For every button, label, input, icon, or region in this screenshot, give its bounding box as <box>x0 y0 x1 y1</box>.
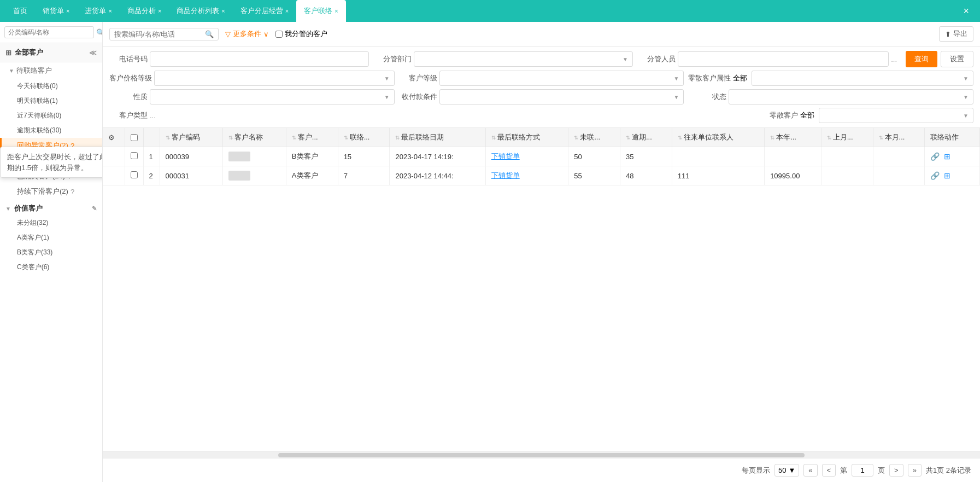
sort-icon-uncontacted[interactable]: ⇅ <box>574 135 578 141</box>
horizontal-scrollbar[interactable] <box>103 451 980 458</box>
retail-attr-select[interactable]: ▼ <box>752 71 973 86</box>
sidebar-item-c-class[interactable]: C类客户(6) <box>0 260 102 275</box>
search-input-wrap[interactable]: 🔍 <box>109 28 219 40</box>
last-method-link-0[interactable]: 下销货单 <box>491 152 520 160</box>
link-icon-1[interactable]: 🔗 <box>930 171 940 180</box>
row-select-0[interactable] <box>131 152 138 159</box>
row-index-1: 2 <box>143 166 160 185</box>
grid-icon-1[interactable]: ⊞ <box>944 171 950 180</box>
edit-icon[interactable]: ✎ <box>92 205 97 212</box>
dept-select[interactable]: ▼ <box>414 51 633 67</box>
sort-icon-overdue[interactable]: ⇅ <box>626 135 630 141</box>
select-all-checkbox[interactable] <box>131 134 138 141</box>
nav-product-analysis-close[interactable]: × <box>158 8 161 14</box>
retail-customer-select[interactable]: ▼ <box>819 108 973 123</box>
sidebar-item-b-class[interactable]: B类客户(33) <box>0 245 102 260</box>
settings-button[interactable]: 设置 <box>941 51 973 67</box>
sidebar-item-a-class[interactable]: A类客户(1) <box>0 230 102 245</box>
sort-icon-method[interactable]: ⇅ <box>491 135 496 141</box>
customer-level-select[interactable]: ▼ <box>439 71 684 86</box>
col-last-contact-method[interactable]: ⇅ 最后联络方式 <box>485 128 568 147</box>
col-name[interactable]: ⇅ 客户名称 <box>223 128 286 147</box>
status-select[interactable]: ▼ <box>729 89 973 104</box>
nav-home[interactable]: 首页 <box>5 0 35 22</box>
customer-search-input[interactable] <box>114 30 202 38</box>
nav-product-list[interactable]: 商品分析列表 × <box>169 0 232 22</box>
grid-icon-0[interactable]: ⊞ <box>944 152 950 161</box>
sidebar-item-ungroup[interactable]: 未分组(32) <box>0 216 102 230</box>
sidebar-search-icon[interactable]: 🔍 <box>96 28 103 37</box>
page-input[interactable] <box>852 464 873 477</box>
sort-icon-month[interactable]: ⇅ <box>879 135 883 141</box>
nav-customer-contact[interactable]: 客户联络 × <box>296 0 345 22</box>
gender-select[interactable]: ▼ <box>150 89 395 104</box>
sort-icon-name[interactable]: ⇅ <box>228 135 233 141</box>
sort-icon-code[interactable]: ⇅ <box>166 135 170 141</box>
sort-icon-contact[interactable]: ⇅ <box>344 135 348 141</box>
query-button[interactable]: 查询 <box>906 51 937 67</box>
sidebar-item-tomorrow[interactable]: 明天待联络(1) <box>0 94 102 108</box>
filter-icon: ▽ <box>225 30 231 38</box>
scrollbar-thumb[interactable] <box>278 453 805 457</box>
row-select-1[interactable] <box>131 171 138 178</box>
nav-purchase[interactable]: 进货单 × <box>77 0 119 22</box>
my-customer-checkbox-wrap[interactable]: 我分管的客户 <box>275 29 327 39</box>
manager-select[interactable] <box>678 51 889 67</box>
payment-select[interactable]: ▼ <box>439 89 684 104</box>
page-size-select[interactable]: 50 ▼ <box>774 464 799 477</box>
help-icon-3[interactable]: ? <box>71 188 74 196</box>
chevron-down-icon: ∨ <box>263 30 269 38</box>
sidebar-item-declining[interactable]: 持续下滑客户(2) ? <box>0 184 102 199</box>
col-overdue[interactable]: ⇅ 逾期... <box>620 128 672 147</box>
sidebar-group-pending[interactable]: ▼ 待联络客户 <box>0 62 102 79</box>
last-method-link-1[interactable]: 下销货单 <box>491 171 520 179</box>
prev-page-btn[interactable]: < <box>822 464 836 477</box>
sort-icon-date[interactable]: ⇅ <box>395 135 400 141</box>
sort-icon-year[interactable]: ⇅ <box>770 135 774 141</box>
first-page-btn[interactable]: « <box>803 464 817 477</box>
next-page-btn[interactable]: > <box>889 464 903 477</box>
nav-customer-tier[interactable]: 客户分层经营 × <box>233 0 296 22</box>
sidebar-value-customer-section[interactable]: ▼ 价值客户 ✎ <box>0 199 102 216</box>
sort-icon-type[interactable]: ⇅ <box>292 135 296 141</box>
sidebar-item-overdue[interactable]: 逾期未联络(30) <box>0 123 102 138</box>
filter-dots-2[interactable]: ... <box>150 112 156 120</box>
retail-customer-value: 全部 <box>800 111 814 120</box>
sort-icon-contacts[interactable]: ⇅ <box>678 135 682 141</box>
more-filter-btn[interactable]: ▽ 更多条件 ∨ <box>225 29 269 39</box>
nav-customer-tier-close[interactable]: × <box>285 8 289 14</box>
export-btn[interactable]: ⬆ 导出 <box>939 26 973 42</box>
col-this-year[interactable]: ⇅ 本年... <box>765 128 821 147</box>
dept-label: 分管部门 <box>373 54 412 64</box>
close-all-button[interactable]: × <box>958 5 975 17</box>
sidebar-search-input[interactable] <box>4 26 94 38</box>
sidebar-item-today[interactable]: 今天待联络(0) <box>0 79 102 94</box>
nav-customer-contact-close[interactable]: × <box>335 8 338 14</box>
col-contact-count[interactable]: ⇅ 联络... <box>338 128 390 147</box>
col-contacts[interactable]: ⇅ 往来单位联系人 <box>672 128 764 147</box>
sidebar-item-7days[interactable]: 近7天待联络(0) <box>0 108 102 123</box>
settings-gear-icon[interactable]: ⚙ <box>108 133 115 142</box>
col-this-month[interactable]: ⇅ 本月... <box>873 128 925 147</box>
nav-product-list-close[interactable]: × <box>221 8 225 14</box>
col-customer-type[interactable]: ⇅ 客户... <box>286 128 338 147</box>
nav-sales[interactable]: 销货单 × <box>35 0 77 22</box>
nav-purchase-close[interactable]: × <box>108 8 112 14</box>
sidebar-all-customers[interactable]: ⊞ 全部客户 ≪ <box>0 43 102 62</box>
filter-dots[interactable]: ... <box>891 55 897 63</box>
col-last-contact-date[interactable]: ⇅ 最后联络日期 <box>390 128 485 147</box>
sidebar-collapse-btn[interactable]: ≪ <box>89 49 97 57</box>
nav-sales-close[interactable]: × <box>66 8 69 14</box>
left-sidebar: 🔍 ⊞ 全部客户 ≪ ▼ 待联络客户 今天待联络(0) 明天待联络(1) 近7天… <box>0 22 103 482</box>
link-icon-0[interactable]: 🔗 <box>930 152 940 161</box>
nav-product-analysis[interactable]: 商品分析 × <box>120 0 169 22</box>
col-last-month[interactable]: ⇅ 上月... <box>821 128 873 147</box>
my-customer-checkbox[interactable] <box>275 31 283 38</box>
price-level-select[interactable]: ▼ <box>154 71 395 86</box>
col-code[interactable]: ⇅ 客户编码 <box>160 128 223 147</box>
phone-input[interactable] <box>150 51 369 67</box>
col-uncontacted[interactable]: ⇅ 未联... <box>568 128 620 147</box>
tooltip-box: 距客户上次交易时长，超过了此客户的平均交易周期的1.5倍，则视为异常。 <box>0 147 103 178</box>
last-page-btn[interactable]: » <box>908 464 922 477</box>
sort-icon-lmonth[interactable]: ⇅ <box>827 135 831 141</box>
